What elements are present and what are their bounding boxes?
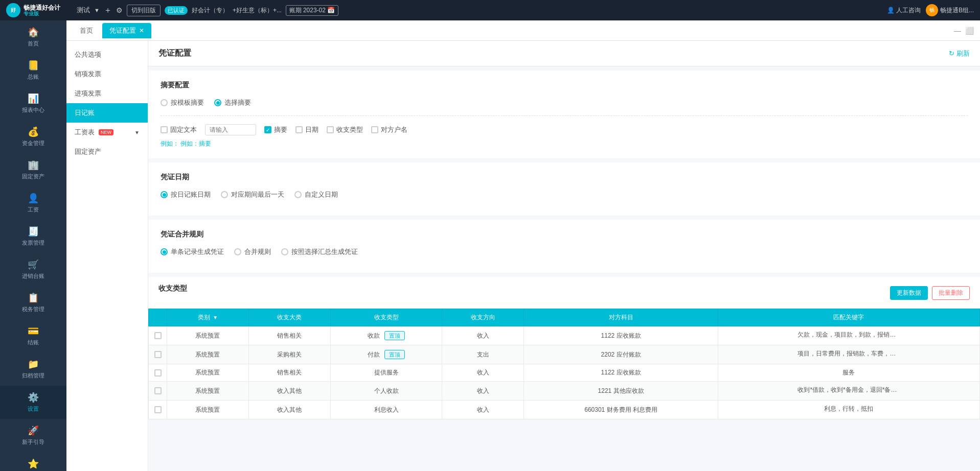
radio-template-summary[interactable]: 按模板摘要 xyxy=(161,98,204,107)
tab-bar-right: — ⬜ xyxy=(954,27,974,35)
td-category-1: 系统预置 xyxy=(167,326,249,345)
td-checkbox-4 xyxy=(149,382,167,401)
sidebar-item-archive[interactable]: 📁 归档管理 xyxy=(0,352,66,386)
fixed-text-input[interactable] xyxy=(205,124,256,135)
sidebar-label-archive: 归档管理 xyxy=(22,372,44,380)
voucher-date-title: 凭证日期 xyxy=(161,173,968,182)
sidebar-item-salary[interactable]: 👤 工资 xyxy=(0,186,66,220)
left-nav-diary[interactable]: 日记账 xyxy=(66,103,148,123)
radio-last-day[interactable]: 对应期间最后一天 xyxy=(221,190,284,199)
row5-checkbox[interactable] xyxy=(154,406,162,413)
radio-merge-rule[interactable]: 合并规则 xyxy=(234,247,271,256)
example-text: 例如： 例如：摘要 xyxy=(161,139,968,148)
sidebar-item-ledger[interactable]: 📒 总账 xyxy=(0,54,66,87)
sidebar-label-ledger: 总账 xyxy=(28,73,39,81)
settings-icon[interactable]: ⚙ xyxy=(116,6,123,14)
sidebar-item-invoice-mgmt[interactable]: 🧾 发票管理 xyxy=(0,220,66,253)
settings-sidebar-icon: ⚙️ xyxy=(28,392,39,403)
settlement-icon: 💳 xyxy=(28,325,39,337)
top-tag-btn-1[interactable]: 置顶 xyxy=(384,331,405,340)
batch-delete-button[interactable]: 批量删除 xyxy=(932,286,970,300)
td-direction-4: 收入 xyxy=(442,382,524,401)
sidebar-item-purchase[interactable]: 🛒 进销台账 xyxy=(0,253,66,286)
last-day-radio xyxy=(221,191,228,198)
checkbox-fixed-text[interactable]: 固定文本 xyxy=(161,125,197,134)
checkbox-counterpart-name[interactable]: 对方户名 xyxy=(371,125,407,134)
radio-select-summary-gen[interactable]: 按照选择汇总生成凭证 xyxy=(281,247,358,256)
row3-checkbox[interactable] xyxy=(154,369,162,376)
row4-checkbox[interactable] xyxy=(154,387,162,394)
merge-rule-radio xyxy=(234,248,241,255)
td-category-2: 系统预置 xyxy=(167,345,249,364)
left-nav-purchase-invoice[interactable]: 进项发票 xyxy=(66,84,148,103)
sidebar-item-funds[interactable]: 💰 资金管理 xyxy=(0,120,66,153)
tab-close-icon[interactable]: ✕ xyxy=(139,27,144,34)
sidebar-item-settlement[interactable]: 💳 结账 xyxy=(0,319,66,352)
support-label: 人工咨询 xyxy=(896,6,921,15)
td-type-2: 付款 置顶 xyxy=(330,345,442,364)
checkbox-date[interactable]: 日期 xyxy=(295,125,318,134)
tab-maximize-button[interactable]: ⬜ xyxy=(965,27,974,35)
update-data-button[interactable]: 更新数据 xyxy=(890,286,928,300)
left-nav-fixed-assets[interactable]: 固定资产 xyxy=(66,142,148,161)
checkbox-income-type[interactable]: 收支类型 xyxy=(327,125,363,134)
summary-radio-group: 按模板摘要 选择摘要 xyxy=(161,98,968,107)
refresh-button[interactable]: ↻ 刷新 xyxy=(949,49,970,58)
company-name[interactable]: 测试 xyxy=(77,6,90,15)
td-keywords-4: 收到*借款，收到*备用金，退回*备用金，个人 xyxy=(718,382,979,401)
tab-voucher-config[interactable]: 凭证配置 ✕ xyxy=(102,23,151,38)
left-nav-public[interactable]: 公共选项 xyxy=(66,45,148,64)
td-checkbox-3 xyxy=(149,364,167,382)
summary-config-section: 摘要配置 按模板摘要 选择摘要 xyxy=(148,70,980,158)
left-nav: 公共选项 销项发票 进项发票 日记账 工资表 NEW ▼ xyxy=(66,41,148,471)
select-summary-gen-radio xyxy=(281,248,288,255)
td-checkbox-5 xyxy=(149,401,167,419)
left-nav-salary[interactable]: 工资表 NEW ▼ xyxy=(66,123,148,142)
merge-rule-section: 凭证合并规则 单条记录生成凭证 合并规则 按照选择汇总生成凭证 xyxy=(148,220,980,273)
archive-icon: 📁 xyxy=(28,359,39,370)
switch-version-button[interactable]: 切到旧版 xyxy=(127,5,161,16)
fixed-text-checkbox xyxy=(161,126,168,133)
radio-diary-date[interactable]: 按日记账日期 xyxy=(161,190,211,199)
reports-icon: 📊 xyxy=(28,93,39,104)
td-category-5: 系统预置 xyxy=(167,401,249,419)
sidebar-item-settings[interactable]: ⚙️ 设置 xyxy=(0,386,66,419)
sort-icon[interactable]: ▼ xyxy=(213,315,218,320)
sidebar-label-tax: 税务管理 xyxy=(22,305,44,313)
top-tag-btn-2[interactable]: 置顶 xyxy=(384,350,405,359)
certified-badge: 已认证 xyxy=(165,6,188,15)
sidebar-item-reports[interactable]: 📊 报表中心 xyxy=(0,87,66,120)
table-row: 系统预置 收入其他 利息收入 收入 660301 财务费用 利息费用 利息，行转… xyxy=(149,401,980,419)
sidebar-item-tax[interactable]: 📋 税务管理 xyxy=(0,286,66,319)
select-all-checkbox[interactable] xyxy=(154,314,162,321)
radio-custom-date[interactable]: 自定义日期 xyxy=(294,190,338,199)
radio-single-record[interactable]: 单条记录生成凭证 xyxy=(161,247,224,256)
sidebar-item-home[interactable]: 🏠 首页 xyxy=(0,20,66,54)
radio-select-summary[interactable]: 选择摘要 xyxy=(214,98,251,107)
sidebar-item-guide[interactable]: 🚀 新手引导 xyxy=(0,419,66,452)
accounting-badge: 好会计（专） xyxy=(192,6,229,15)
td-type-1: 收款 置顶 xyxy=(330,326,442,345)
funds-icon: 💰 xyxy=(28,126,39,137)
calendar-icon[interactable]: 📅 xyxy=(327,7,335,14)
td-subject-5: 660301 财务费用 利息费用 xyxy=(524,401,718,419)
row1-checkbox[interactable] xyxy=(154,332,162,339)
td-type-5: 利息收入 xyxy=(330,401,442,419)
salary-icon: 👤 xyxy=(28,193,39,204)
ledger-icon: 📒 xyxy=(28,60,39,71)
tab-minimize-button[interactable]: — xyxy=(954,27,961,35)
left-nav-sales-invoice[interactable]: 销项发票 xyxy=(66,64,148,84)
user-info[interactable]: 畅 畅捷通B组... xyxy=(926,4,974,16)
company-arrow-icon[interactable]: ▼ xyxy=(94,7,100,13)
sidebar-item-member[interactable]: ⭐ 畅会员 xyxy=(0,452,66,471)
add-icon[interactable]: ＋ xyxy=(104,5,112,16)
td-subject-4: 1221 其他应收款 xyxy=(524,382,718,401)
sidebar-item-assets[interactable]: 🏢 固定资产 xyxy=(0,153,66,186)
checkbox-summary[interactable]: ✓ 摘要 xyxy=(264,125,287,134)
th-direction: 收支方向 xyxy=(442,309,524,326)
td-type-4: 个人收款 xyxy=(330,382,442,401)
top-bar: 好 畅捷通好会计 专业版 测试 ▼ ＋ ⚙ 切到旧版 已认证 好会计（专） +好… xyxy=(0,0,980,20)
row2-checkbox[interactable] xyxy=(154,351,162,358)
support-link[interactable]: 👤 人工咨询 xyxy=(887,6,921,15)
tab-home[interactable]: 首页 xyxy=(73,23,100,38)
